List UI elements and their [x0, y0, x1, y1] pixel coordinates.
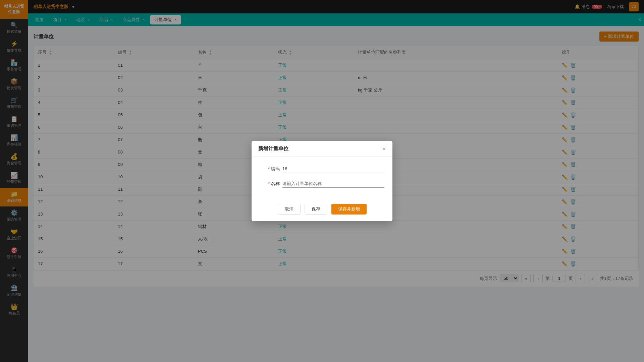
cancel-button[interactable]: 取消: [278, 204, 301, 215]
required-indicator: *: [268, 181, 270, 186]
modal-close-button[interactable]: ×: [382, 146, 386, 152]
save-and-new-button[interactable]: 保存并新增: [331, 204, 367, 215]
code-field-row: *编码: [260, 165, 384, 173]
code-input[interactable]: [282, 165, 384, 173]
required-indicator: *: [268, 166, 270, 171]
modal-header: 新增计量单位 ×: [252, 141, 392, 157]
modal-overlay[interactable]: 新增计量单位 × *编码 *名称 取消 保存 保存并新增: [0, 0, 644, 362]
save-button[interactable]: 保存: [305, 204, 327, 215]
modal-title: 新增计量单位: [258, 145, 288, 152]
name-input[interactable]: [282, 180, 384, 188]
code-label: *编码: [260, 166, 280, 172]
modal-body: *编码 *名称: [252, 157, 392, 200]
modal-footer: 取消 保存 保存并新增: [252, 200, 392, 221]
name-label: *名称: [260, 181, 280, 187]
add-unit-modal: 新增计量单位 × *编码 *名称 取消 保存 保存并新增: [252, 141, 392, 221]
name-field-row: *名称: [260, 180, 384, 188]
